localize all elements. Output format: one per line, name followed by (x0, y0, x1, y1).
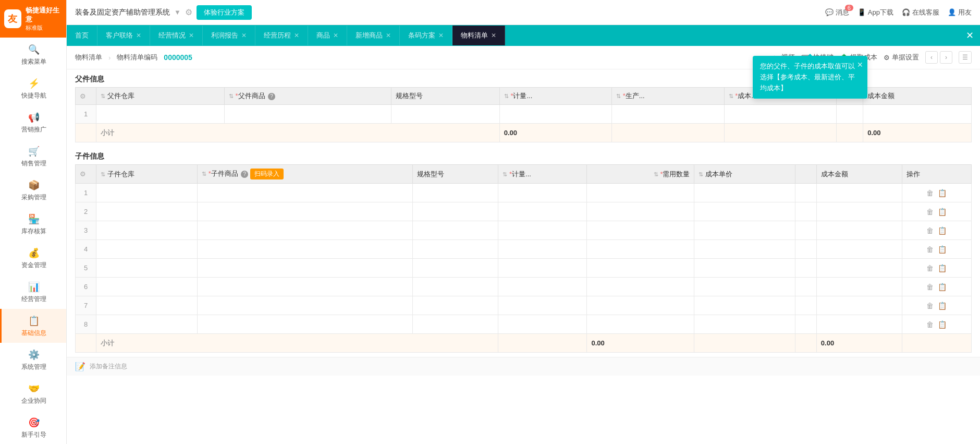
child-unit-1[interactable] (498, 184, 587, 202)
child-sort-icon-3[interactable]: ⇅ (503, 171, 507, 177)
tab-ops-status[interactable]: 经营情况 ✕ (150, 26, 203, 45)
child-unit-4[interactable] (498, 240, 587, 259)
parent-cost-1[interactable] (724, 105, 836, 124)
user-item[interactable]: 👤 用友 (948, 8, 972, 17)
sidebar-item-inventory[interactable]: 🏪 库存核算 (0, 207, 66, 241)
tab-ops-history[interactable]: 经营历程 ✕ (255, 26, 308, 45)
list-view-btn[interactable]: ☰ (959, 51, 972, 64)
message-item[interactable]: 💬 消息 6 (825, 8, 849, 17)
child-gear-col-icon[interactable]: ⚙ (80, 170, 86, 178)
child-spec-4[interactable] (413, 240, 498, 259)
child-spec-7[interactable] (413, 296, 498, 315)
tooltip-close-btn[interactable]: ✕ (857, 59, 863, 70)
close-all-tabs-icon[interactable]: ✕ (964, 28, 976, 43)
delete-row-8-btn[interactable]: 🗑 (926, 320, 934, 329)
delete-row-5-btn[interactable]: 🗑 (926, 264, 934, 272)
child-warehouse-5[interactable] (96, 259, 198, 278)
sidebar-item-ops[interactable]: 📊 经营管理 (0, 275, 66, 309)
copy-row-3-btn[interactable]: 📋 (938, 226, 947, 235)
sort-icon[interactable]: ⇅ (101, 93, 105, 99)
app-download-item[interactable]: 📱 App下载 (858, 8, 893, 17)
child-unit-cost-4[interactable] (694, 240, 795, 259)
child-warehouse-1[interactable] (96, 184, 198, 202)
child-unit-cost-1[interactable] (694, 184, 795, 202)
delete-row-6-btn[interactable]: 🗑 (926, 283, 934, 291)
child-unit-cost-7[interactable] (694, 296, 795, 315)
child-product-6[interactable] (198, 278, 413, 296)
child-product-7[interactable] (198, 296, 413, 315)
child-warehouse-3[interactable] (96, 221, 198, 240)
parent-unit-1[interactable] (499, 105, 611, 124)
child-qty-5[interactable] (587, 259, 694, 278)
child-product-3[interactable] (198, 221, 413, 240)
delete-row-3-btn[interactable]: 🗑 (926, 226, 934, 235)
sidebar-item-marketing[interactable]: 📢 营销推广 (0, 105, 66, 139)
child-spec-3[interactable] (413, 221, 498, 240)
copy-row-8-btn[interactable]: 📋 (938, 320, 947, 329)
sidebar-item-guide[interactable]: 🎯 新手引导 (0, 411, 66, 444)
parent-producer-1[interactable] (612, 105, 724, 124)
child-warehouse-6[interactable] (96, 278, 198, 296)
sidebar-item-sales[interactable]: 🛒 销售管理 (0, 139, 66, 173)
child-warehouse-8[interactable] (96, 315, 198, 334)
close-profit-tab[interactable]: ✕ (241, 32, 247, 39)
tab-goods[interactable]: 商品 ✕ (308, 26, 347, 45)
child-qty-7[interactable] (587, 296, 694, 315)
online-service-item[interactable]: 🎧 在线客服 (902, 8, 939, 17)
trial-btn[interactable]: 体验行业方案 (197, 5, 252, 20)
sidebar-item-search[interactable]: 🔍 搜索菜单 (0, 38, 66, 71)
sidebar-item-basic[interactable]: 📋 基础信息 (0, 309, 66, 343)
child-unit-cost-2[interactable] (694, 202, 795, 221)
breadcrumb-bom[interactable]: 物料清单 (75, 53, 102, 62)
child-sort-icon-4[interactable]: ⇅ (654, 171, 658, 177)
child-product-2[interactable] (198, 202, 413, 221)
child-unit-cost-5[interactable] (694, 259, 795, 278)
child-unit-5[interactable] (498, 259, 587, 278)
child-product-1[interactable] (198, 184, 413, 202)
close-ops-history-tab[interactable]: ✕ (294, 32, 299, 39)
child-sort-icon-2[interactable]: ⇅ (202, 171, 206, 177)
child-unit-8[interactable] (498, 315, 587, 334)
tab-customer[interactable]: 客户联络 ✕ (97, 26, 150, 45)
child-qty-6[interactable] (587, 278, 694, 296)
child-qty-8[interactable] (587, 315, 694, 334)
child-unit-7[interactable] (498, 296, 587, 315)
sidebar-item-finance[interactable]: 💰 资金管理 (0, 241, 66, 275)
copy-row-5-btn[interactable]: 📋 (938, 264, 947, 272)
delete-row-4-btn[interactable]: 🗑 (926, 245, 934, 254)
child-warehouse-2[interactable] (96, 202, 198, 221)
next-record-btn[interactable]: › (940, 51, 952, 64)
child-unit-cost-8[interactable] (694, 315, 795, 334)
parent-warehouse-1[interactable] (96, 105, 225, 124)
sidebar-item-purchase[interactable]: 📦 采购管理 (0, 173, 66, 207)
copy-row-2-btn[interactable]: 📋 (938, 208, 947, 216)
child-qty-4[interactable] (587, 240, 694, 259)
close-customer-tab[interactable]: ✕ (136, 32, 141, 39)
system-dropdown-icon[interactable]: ▼ (174, 8, 181, 16)
sort-icon-4[interactable]: ⇅ (616, 93, 621, 99)
child-spec-2[interactable] (413, 202, 498, 221)
copy-row-4-btn[interactable]: 📋 (938, 245, 947, 254)
close-new-goods-tab[interactable]: ✕ (386, 32, 391, 39)
child-qty-3[interactable] (587, 221, 694, 240)
delete-row-7-btn[interactable]: 🗑 (926, 302, 934, 310)
child-warehouse-7[interactable] (96, 296, 198, 315)
child-product-5[interactable] (198, 259, 413, 278)
sort-icon-5[interactable]: ⇅ (729, 93, 733, 99)
delete-row-2-btn[interactable]: 🗑 (926, 208, 934, 216)
copy-row-7-btn[interactable]: 📋 (938, 302, 947, 310)
child-spec-8[interactable] (413, 315, 498, 334)
settings-action[interactable]: ⚙ 单据设置 (884, 53, 919, 62)
hint-text[interactable]: 添加备注信息 (90, 362, 127, 371)
sidebar-item-collab[interactable]: 🤝 企业协同 (0, 377, 66, 411)
copy-row-1-btn[interactable]: 📋 (938, 189, 947, 197)
copy-row-6-btn[interactable]: 📋 (938, 283, 947, 291)
gear-col-icon[interactable]: ⚙ (80, 92, 86, 100)
tab-profit[interactable]: 利润报告 ✕ (203, 26, 255, 45)
close-barcode-tab[interactable]: ✕ (438, 32, 444, 39)
child-product-4[interactable] (198, 240, 413, 259)
close-goods-tab[interactable]: ✕ (333, 32, 338, 39)
child-unit-cost-6[interactable] (694, 278, 795, 296)
child-spec-1[interactable] (413, 184, 498, 202)
child-sort-icon-1[interactable]: ⇅ (101, 171, 105, 177)
